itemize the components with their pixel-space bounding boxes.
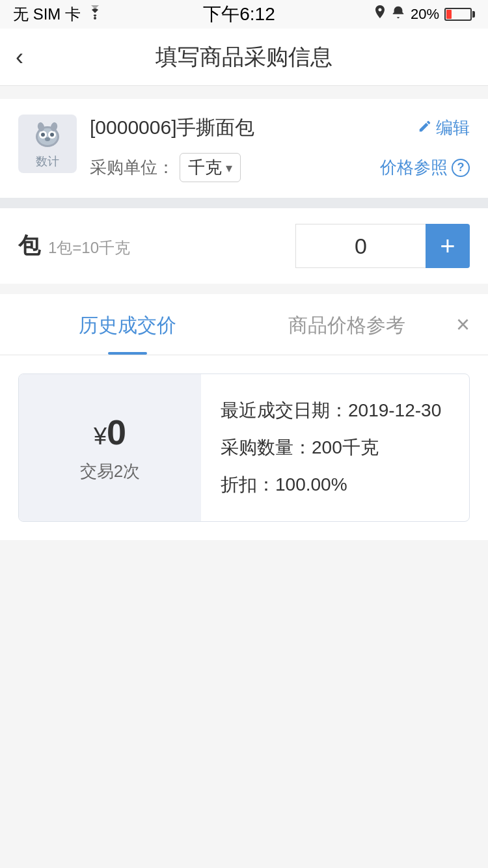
battery-percentage: 20% <box>411 6 439 23</box>
unit-label: 采购单位： <box>90 156 174 179</box>
help-icon: ? <box>452 159 470 177</box>
edit-icon <box>418 119 432 137</box>
discount-value: 100.00% <box>275 474 347 495</box>
status-left: 无 SIM 卡 <box>13 4 104 25</box>
product-card: 数计 [0000006]手撕面包 编辑 采购单位： 千克 ▾ <box>0 99 488 198</box>
price-card: ¥0 交易2次 最近成交日期：2019-12-30 采购数量：200千克 折扣：… <box>18 373 470 522</box>
product-id: [0000006] <box>90 116 176 138</box>
quantity-unit: 包 <box>18 231 40 261</box>
purchase-qty-row: 采购数量：200千克 <box>221 435 450 460</box>
tab-history-label: 历史成交价 <box>79 314 176 336</box>
alarm-icon <box>391 5 405 23</box>
tab-underline <box>108 352 147 355</box>
product-details: [0000006]手撕面包 编辑 采购单位： 千克 ▾ 价格参照 <box>90 115 470 182</box>
status-time: 下午6:12 <box>203 2 275 27</box>
product-name-row: [0000006]手撕面包 编辑 <box>90 115 470 141</box>
svg-point-5 <box>41 133 45 137</box>
trade-count: 交易2次 <box>80 460 140 483</box>
product-name: [0000006]手撕面包 <box>90 115 254 141</box>
product-title: 手撕面包 <box>176 116 254 138</box>
nav-bar: ‹ 填写商品采购信息 <box>0 29 488 86</box>
section-divider <box>0 198 488 208</box>
price-amount: ¥0 <box>94 412 126 452</box>
tabs-header: 历史成交价 商品价格参考 × <box>0 294 488 355</box>
svg-point-0 <box>94 17 96 20</box>
status-right: 20% <box>374 5 475 23</box>
product-logo-text: 数计 <box>36 154 59 169</box>
carrier-text: 无 SIM 卡 <box>13 4 81 25</box>
svg-point-7 <box>45 137 50 141</box>
tab-price-reference[interactable]: 商品价格参考 <box>237 294 455 355</box>
tabs-panel: 历史成交价 商品价格参考 × ¥0 交易2次 最近成交日期：2019-12-30… <box>0 294 488 540</box>
svg-point-6 <box>50 133 54 137</box>
price-reference-button[interactable]: 价格参照 ? <box>380 156 470 179</box>
quantity-input-group: + <box>295 224 470 268</box>
tab-history-price[interactable]: 历史成交价 <box>18 294 237 355</box>
battery-icon <box>444 8 475 21</box>
history-price-content: ¥0 交易2次 最近成交日期：2019-12-30 采购数量：200千克 折扣：… <box>0 355 488 540</box>
recent-date-row: 最近成交日期：2019-12-30 <box>221 398 450 423</box>
price-value: 0 <box>107 413 126 452</box>
close-tab-button[interactable]: × <box>456 301 470 349</box>
status-bar: 无 SIM 卡 下午6:12 20% <box>0 0 488 29</box>
price-ref-label: 价格参照 <box>380 156 448 179</box>
unit-value: 千克 <box>188 156 222 179</box>
chevron-down-icon: ▾ <box>226 160 232 176</box>
purchase-qty-label: 采购数量： <box>221 437 312 457</box>
quantity-input[interactable] <box>295 224 426 268</box>
recent-date-label: 最近成交日期： <box>221 400 348 420</box>
price-details: 最近成交日期：2019-12-30 采购数量：200千克 折扣：100.00% <box>201 374 469 521</box>
wifi-icon <box>86 5 104 23</box>
unit-select[interactable]: 千克 ▾ <box>180 153 241 182</box>
discount-row: 折扣：100.00% <box>221 472 450 497</box>
quantity-plus-button[interactable]: + <box>426 224 470 268</box>
page-title: 填写商品采购信息 <box>156 42 332 72</box>
location-icon <box>374 5 386 23</box>
edit-label: 编辑 <box>436 116 470 139</box>
quantity-conversion: 1包=10千克 <box>48 237 130 258</box>
currency-symbol: ¥ <box>94 423 107 450</box>
back-button[interactable]: ‹ <box>16 44 23 71</box>
quantity-row: 包 1包=10千克 + <box>0 208 488 284</box>
edit-button[interactable]: 编辑 <box>418 116 470 139</box>
product-thumbnail: 数计 <box>18 115 77 173</box>
unit-row: 采购单位： 千克 ▾ 价格参照 ? <box>90 153 470 182</box>
discount-label: 折扣： <box>221 474 275 495</box>
tab-price-ref-label: 商品价格参考 <box>288 314 405 336</box>
price-summary: ¥0 交易2次 <box>19 374 201 521</box>
quantity-label: 包 1包=10千克 <box>18 231 130 261</box>
recent-date-value: 2019-12-30 <box>348 400 441 420</box>
purchase-qty-value: 200千克 <box>312 437 379 457</box>
